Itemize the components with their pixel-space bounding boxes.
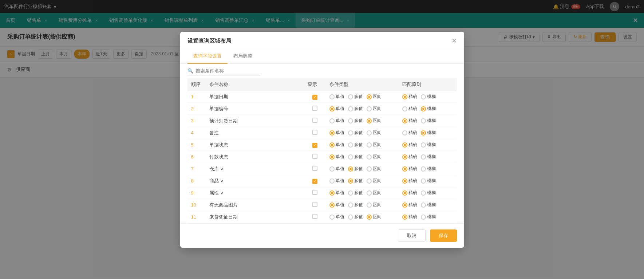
type-option-区间[interactable]: 区间 (367, 106, 382, 112)
type-option-单值[interactable]: 单值 (329, 130, 344, 136)
radio-circle (329, 203, 335, 208)
cell-show[interactable] (304, 175, 326, 187)
type-option-单值[interactable]: 单值 (329, 202, 344, 208)
cell-show[interactable] (304, 103, 326, 115)
match-option-精确[interactable]: 精确 (402, 214, 417, 220)
type-option-多值[interactable]: 多值 (348, 202, 363, 208)
type-option-多值[interactable]: 多值 (348, 118, 363, 124)
match-option-模糊[interactable]: 模糊 (421, 190, 436, 196)
type-option-区间[interactable]: 区间 (367, 94, 382, 100)
cell-name: 付款状态 (206, 151, 304, 163)
type-option-区间[interactable]: 区间 (367, 154, 382, 160)
show-checkbox[interactable] (312, 190, 317, 195)
th-type: 条件类型 (326, 78, 399, 91)
cell-show[interactable] (304, 211, 326, 223)
cell-match: 精确模糊 (399, 211, 457, 223)
match-option-精确[interactable]: 精确 (402, 94, 417, 100)
match-option-模糊[interactable]: 模糊 (421, 142, 436, 148)
show-checkbox[interactable] (312, 154, 317, 159)
radio-circle (329, 142, 335, 148)
match-option-模糊[interactable]: 模糊 (421, 214, 436, 220)
match-option-精确[interactable]: 精确 (402, 178, 417, 184)
type-option-单值[interactable]: 单值 (329, 214, 344, 220)
type-option-单值[interactable]: 单值 (329, 166, 344, 172)
cancel-btn[interactable]: 取消 (398, 229, 426, 242)
match-option-模糊[interactable]: 模糊 (421, 202, 436, 208)
type-option-多值[interactable]: 多值 (348, 214, 363, 220)
type-option-区间[interactable]: 区间 (367, 142, 382, 148)
cell-show[interactable] (304, 91, 326, 103)
cell-show[interactable] (304, 151, 326, 163)
type-option-区间[interactable]: 区间 (367, 118, 382, 124)
type-option-单值[interactable]: 单值 (329, 118, 344, 124)
type-option-单值[interactable]: 单值 (329, 142, 344, 148)
search-wrap: 🔍 (187, 68, 260, 75)
show-checkbox[interactable] (312, 118, 317, 123)
show-checkbox[interactable] (312, 130, 317, 135)
type-option-区间[interactable]: 区间 (367, 190, 382, 196)
cell-type: 单值多值区间 (326, 199, 399, 211)
table-row: 5单据状态单值多值区间精确模糊 (187, 139, 457, 151)
type-option-多值[interactable]: 多值 (348, 130, 363, 136)
modal-close-btn[interactable]: ✕ (451, 38, 457, 44)
search-input[interactable] (195, 68, 254, 74)
show-checkbox[interactable] (312, 179, 317, 184)
match-option-精确[interactable]: 精确 (402, 202, 417, 208)
cell-show[interactable] (304, 163, 326, 175)
type-option-多值[interactable]: 多值 (348, 142, 363, 148)
type-option-多值[interactable]: 多值 (348, 178, 363, 184)
match-option-模糊[interactable]: 模糊 (421, 106, 436, 112)
type-option-多值[interactable]: 多值 (348, 94, 363, 100)
show-checkbox[interactable] (312, 166, 317, 171)
cell-show[interactable] (304, 115, 326, 127)
show-checkbox[interactable] (312, 106, 317, 111)
match-option-精确[interactable]: 精确 (402, 142, 417, 148)
page-area: 采购订单统计表(按供应商) 🖨 按模板打印 ▾ ⬇ 导出 ↻ 刷新 查询 设置 … (0, 28, 644, 279)
type-option-单值[interactable]: 单值 (329, 178, 344, 184)
match-option-模糊[interactable]: 模糊 (421, 118, 436, 124)
radio-circle (402, 178, 407, 184)
cell-show[interactable] (304, 139, 326, 151)
type-option-区间[interactable]: 区间 (367, 214, 382, 220)
type-option-单值[interactable]: 单值 (329, 94, 344, 100)
type-option-单值[interactable]: 单值 (329, 106, 344, 112)
type-option-区间[interactable]: 区间 (367, 166, 382, 172)
match-option-模糊[interactable]: 模糊 (421, 94, 436, 100)
match-option-精确[interactable]: 精确 (402, 130, 417, 136)
cell-show[interactable] (304, 127, 326, 139)
type-option-多值[interactable]: 多值 (348, 154, 363, 160)
radio-circle (402, 106, 407, 111)
match-option-精确[interactable]: 精确 (402, 118, 417, 124)
match-option-模糊[interactable]: 模糊 (421, 166, 436, 172)
match-option-精确[interactable]: 精确 (402, 154, 417, 160)
radio-circle (421, 190, 426, 196)
match-option-模糊[interactable]: 模糊 (421, 154, 436, 160)
radio-circle (348, 166, 353, 172)
type-option-多值[interactable]: 多值 (348, 190, 363, 196)
type-option-多值[interactable]: 多值 (348, 166, 363, 172)
match-option-模糊[interactable]: 模糊 (421, 178, 436, 184)
type-option-区间[interactable]: 区间 (367, 130, 382, 136)
radio-circle (402, 166, 407, 172)
match-option-模糊[interactable]: 模糊 (421, 130, 436, 136)
match-option-精确[interactable]: 精确 (402, 190, 417, 196)
tab-query-fields[interactable]: 查询字段设置 (187, 49, 228, 64)
type-option-单值[interactable]: 单值 (329, 190, 344, 196)
type-option-区间[interactable]: 区间 (367, 178, 382, 184)
match-option-精确[interactable]: 精确 (402, 166, 417, 172)
type-option-多值[interactable]: 多值 (348, 106, 363, 112)
type-option-区间[interactable]: 区间 (367, 202, 382, 208)
save-btn[interactable]: 保存 (430, 229, 457, 242)
show-checkbox[interactable] (312, 143, 317, 148)
table-row: 3预计到货日期单值多值区间精确模糊 (187, 115, 457, 127)
tab-layout-adjust[interactable]: 布局调整 (228, 49, 258, 64)
type-option-单值[interactable]: 单值 (329, 154, 344, 160)
match-option-精确[interactable]: 精确 (402, 106, 417, 112)
show-checkbox[interactable] (312, 95, 317, 100)
cell-show[interactable] (304, 199, 326, 211)
cell-show[interactable] (304, 187, 326, 199)
show-checkbox[interactable] (312, 214, 317, 219)
cell-match: 精确模糊 (399, 199, 457, 211)
cell-match: 精确模糊 (399, 139, 457, 151)
show-checkbox[interactable] (312, 202, 317, 207)
